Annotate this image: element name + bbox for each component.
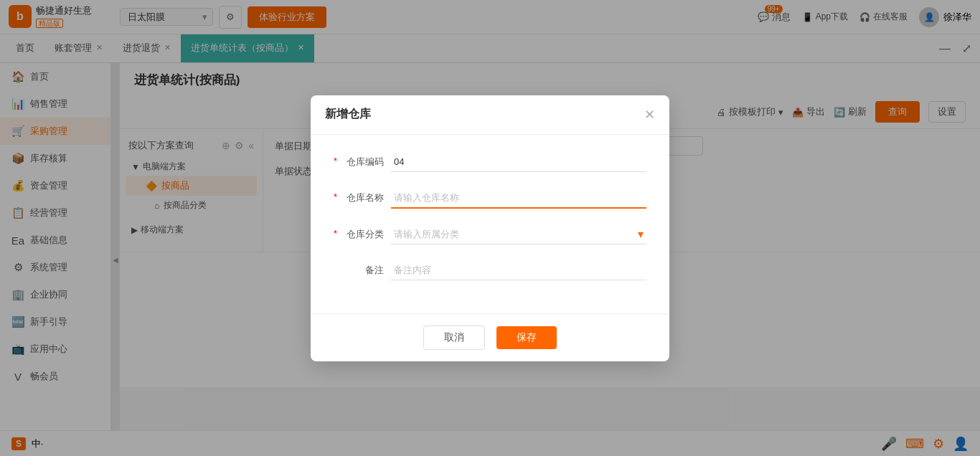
category-select[interactable]: 请输入所属分类	[391, 224, 646, 244]
modal-close-button[interactable]: ✕	[644, 107, 655, 123]
modal-body: 仓库编码 仓库名称 仓库分类 请输入所属分类 备注	[311, 135, 669, 313]
code-label: 仓库编码	[334, 156, 391, 168]
code-input[interactable]	[391, 152, 646, 172]
form-row-name: 仓库名称	[334, 188, 646, 209]
cancel-button[interactable]: 取消	[423, 326, 485, 350]
modal-overlay: 新增仓库 ✕ 仓库编码 仓库名称 仓库分类 请输入所属分类	[0, 0, 980, 456]
category-label: 仓库分类	[334, 228, 391, 241]
name-label: 仓库名称	[334, 191, 391, 204]
remark-input[interactable]	[391, 260, 646, 280]
modal-new-warehouse: 新增仓库 ✕ 仓库编码 仓库名称 仓库分类 请输入所属分类	[311, 95, 669, 361]
form-row-remark: 备注	[334, 260, 646, 280]
name-input[interactable]	[391, 188, 646, 209]
form-row-code: 仓库编码	[334, 152, 646, 172]
form-row-category: 仓库分类 请输入所属分类	[334, 224, 646, 244]
save-button[interactable]: 保存	[496, 326, 557, 349]
modal-footer: 取消 保存	[311, 313, 669, 361]
remark-label: 备注	[334, 264, 391, 277]
modal-title: 新增仓库	[325, 107, 371, 122]
category-select-wrap: 请输入所属分类	[391, 224, 646, 244]
modal-header: 新增仓库 ✕	[311, 95, 669, 135]
